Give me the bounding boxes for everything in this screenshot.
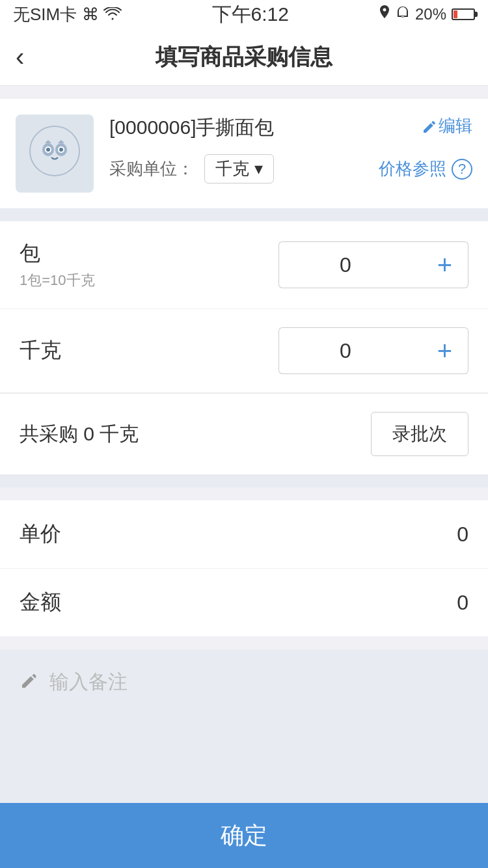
kg-input[interactable] — [278, 327, 422, 374]
summary-text: 共采购 0 千克 — [20, 421, 139, 448]
price-ref-button[interactable]: 价格参照 ? — [379, 157, 472, 180]
kg-plus-button[interactable]: + — [422, 327, 468, 374]
remark-section[interactable]: 输入备注 — [0, 649, 488, 715]
batch-button[interactable]: 录批次 — [371, 412, 468, 456]
amount-value: 0 — [457, 591, 468, 615]
product-logo — [29, 125, 81, 183]
location-icon — [379, 5, 390, 23]
confirm-button[interactable]: 确定 — [0, 803, 488, 868]
summary-row: 共采购 0 千克 录批次 — [0, 393, 488, 474]
package-plus-button[interactable]: + — [422, 241, 468, 288]
unit-price-value: 0 — [457, 522, 468, 547]
unit-price-row: 单价 0 — [0, 500, 488, 569]
status-right: 20% — [379, 5, 475, 23]
product-info: [0000006]手撕面包 编辑 采购单位： 千克 ▾ 价格参照 ? — [109, 115, 472, 183]
status-time: 下午6:12 — [212, 1, 289, 28]
package-input[interactable] — [278, 241, 422, 288]
package-row: 包 1包=10千克 + — [0, 221, 488, 309]
product-name: [0000006]手撕面包 — [109, 115, 274, 141]
kg-row: 千克 + — [0, 309, 488, 393]
unit-select[interactable]: 千克 ▾ — [204, 154, 274, 183]
unit-label: 采购单位： — [109, 159, 194, 178]
remark-placeholder: 输入备注 — [49, 669, 128, 696]
package-input-controls: + — [278, 241, 468, 288]
battery-percentage: 20% — [415, 5, 446, 23]
kg-label: 千克 — [20, 336, 61, 365]
status-bar: 无SIM卡 ⌘ 下午6:12 20% — [0, 0, 488, 29]
package-sub: 1包=10千克 — [20, 271, 95, 290]
svg-point-5 — [46, 148, 50, 152]
alarm-icon — [396, 5, 410, 23]
status-left: 无SIM卡 ⌘ — [13, 3, 122, 26]
help-icon: ? — [452, 159, 472, 180]
amount-label: 金额 — [20, 588, 61, 617]
page-title: 填写商品采购信息 — [156, 42, 332, 72]
package-label: 包 1包=10千克 — [20, 239, 95, 290]
section-divider-2 — [0, 474, 488, 487]
nav-bar: ‹ 填写商品采购信息 — [0, 29, 488, 86]
amount-row: 金额 0 — [0, 569, 488, 636]
unit-price-label: 单价 — [20, 520, 61, 549]
battery-icon — [452, 8, 475, 20]
edit-button[interactable]: 编辑 — [422, 115, 472, 137]
product-card: [0000006]手撕面包 编辑 采购单位： 千克 ▾ 价格参照 ? — [0, 99, 488, 208]
carrier-label: 无SIM卡 — [13, 3, 77, 26]
product-image — [16, 115, 94, 193]
kg-input-controls: + — [278, 327, 468, 374]
svg-point-6 — [59, 148, 63, 152]
section-divider-1 — [0, 208, 488, 221]
pencil-icon — [20, 670, 39, 695]
input-section: 包 1包=10千克 + 千克 + — [0, 221, 488, 393]
svg-point-0 — [30, 126, 79, 176]
wifi-icon: ⌘ — [82, 5, 122, 25]
summary-amount: 0 — [83, 423, 100, 444]
price-section: 单价 0 金额 0 — [0, 500, 488, 636]
back-button[interactable]: ‹ — [16, 42, 24, 72]
